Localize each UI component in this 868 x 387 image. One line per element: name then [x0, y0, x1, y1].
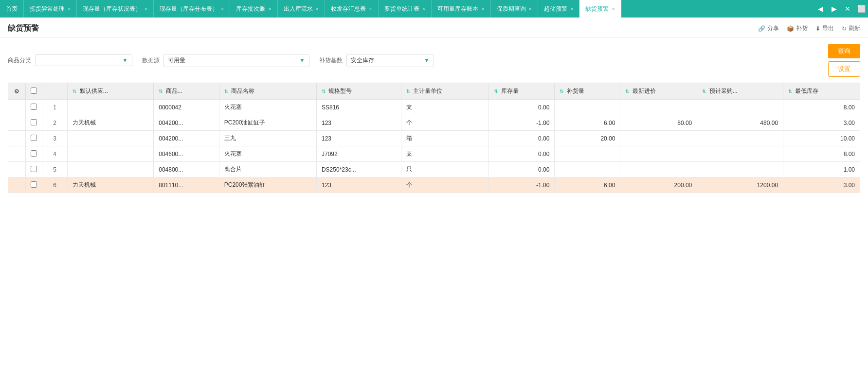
- tab-expiry[interactable]: 保质期查询 ×: [491, 0, 538, 18]
- select-all-checkbox[interactable]: [31, 88, 37, 94]
- row-checkbox-4[interactable]: [26, 162, 42, 177]
- tab-batch-account[interactable]: 库存批次账 ×: [230, 0, 277, 18]
- table-row[interactable]: 2 力天机械 004200... PC200油缸缸子 123 个 -1.00 6…: [8, 115, 860, 131]
- tab-shortage[interactable]: 缺货预警 ×: [579, 0, 621, 18]
- tab-order-stats[interactable]: 要货单统计表 ×: [379, 0, 432, 18]
- row-check-5[interactable]: [31, 181, 37, 188]
- datasource-select[interactable]: 可用量 ▼: [163, 54, 309, 67]
- column-spec[interactable]: ⇅ 规格型号: [316, 83, 401, 100]
- close-tab-flow[interactable]: ×: [316, 6, 319, 12]
- tab-close-btn[interactable]: ✕: [841, 5, 854, 13]
- row-replenish-qty-4: [555, 162, 620, 177]
- close-tab-expiry[interactable]: ×: [529, 6, 532, 12]
- query-button[interactable]: 查询: [828, 44, 860, 58]
- settings-button[interactable]: 设置: [828, 61, 860, 77]
- row-price-2: [620, 131, 697, 146]
- row-num-4: 5: [42, 162, 68, 177]
- row-code-1: 004200...: [154, 115, 219, 131]
- tab-next-btn[interactable]: ▶: [827, 5, 841, 13]
- tab-abnormal[interactable]: 拣货异常处理 ×: [24, 0, 77, 18]
- column-min-stock[interactable]: ⇅ 最低库存: [783, 83, 860, 100]
- close-tab-overstock[interactable]: ×: [570, 6, 573, 12]
- tab-maximize-btn[interactable]: ⬜: [854, 5, 868, 13]
- row-check-2[interactable]: [31, 135, 37, 141]
- column-stock[interactable]: ⇅ 库存量: [489, 83, 555, 100]
- row-est-3: [697, 146, 783, 162]
- row-checkbox-3[interactable]: [26, 146, 42, 162]
- tab-available-ledger[interactable]: 可用量库存账本 ×: [432, 0, 490, 18]
- replenish-value: 安全库存: [351, 56, 374, 65]
- column-unit[interactable]: ⇅ 主计量单位: [401, 83, 489, 100]
- close-tab-batch[interactable]: ×: [268, 6, 271, 12]
- row-stock-0: 0.00: [489, 100, 555, 115]
- row-check-0[interactable]: [31, 104, 37, 110]
- filter-bar: 商品分类 ▼ 数据源 可用量 ▼ 补货基数 安全库存 ▼ 查询 设置: [0, 38, 868, 83]
- column-gear[interactable]: ⚙: [8, 83, 26, 100]
- row-min-stock-0: 8.00: [783, 100, 860, 115]
- table-row[interactable]: 5 004800... 离合片 DS250*23c... 只 0.00 1.00: [8, 162, 860, 177]
- row-checkbox-5[interactable]: [26, 177, 42, 193]
- tab-inventory-dist[interactable]: 现存量（库存分布表） ×: [154, 0, 230, 18]
- row-gear-4[interactable]: [8, 162, 26, 177]
- row-est-4: [697, 162, 783, 177]
- row-code-0: 0000042: [154, 100, 219, 115]
- column-est-purchase[interactable]: ⇅ 预计采购...: [697, 83, 783, 100]
- export-action[interactable]: ⬇ 导出: [815, 24, 834, 33]
- close-tab-order[interactable]: ×: [422, 6, 425, 12]
- share-icon: 🔗: [758, 25, 765, 32]
- row-min-stock-3: 8.00: [783, 146, 860, 162]
- row-stock-5: -1.00: [489, 177, 555, 193]
- column-product-code[interactable]: ⇅ 商品...: [154, 83, 219, 100]
- datasource-label: 数据源: [142, 56, 160, 65]
- tab-flow[interactable]: 出入库流水 ×: [278, 0, 325, 18]
- row-gear-5[interactable]: [8, 177, 26, 193]
- share-action[interactable]: 🔗 分享: [758, 24, 779, 33]
- category-label: 商品分类: [8, 56, 31, 65]
- row-checkbox-1[interactable]: [26, 115, 42, 131]
- close-tab-abnormal[interactable]: ×: [68, 6, 71, 12]
- table-row[interactable]: 4 004600... 火花塞 J7092 支 0.00 8.00: [8, 146, 860, 162]
- sort-icon-price: ⇅: [625, 88, 629, 94]
- replenish-select[interactable]: 安全库存 ▼: [346, 54, 434, 67]
- sort-icon-stock: ⇅: [494, 88, 498, 94]
- row-gear-0[interactable]: [8, 100, 26, 115]
- row-supplier-1: 力天机械: [68, 115, 154, 131]
- row-num-1: 2: [42, 115, 68, 131]
- column-supplier[interactable]: ⇅ 默认供应...: [68, 83, 154, 100]
- tab-overstock[interactable]: 超储预警 ×: [538, 0, 579, 18]
- row-check-1[interactable]: [31, 119, 37, 125]
- column-checkbox[interactable]: [26, 83, 42, 100]
- sort-icon-est: ⇅: [702, 88, 706, 94]
- tab-inventory-status[interactable]: 现存量（库存状况表） ×: [77, 0, 153, 18]
- refresh-action[interactable]: ↻ 刷新: [842, 24, 860, 33]
- row-checkbox-2[interactable]: [26, 131, 42, 146]
- table-row[interactable]: 3 004200... 三九 123 箱 0.00 20.00 10.00: [8, 131, 860, 146]
- row-num-5: 6: [42, 177, 68, 193]
- close-tab-ledger[interactable]: ×: [481, 6, 484, 12]
- close-tab-inv-dist[interactable]: ×: [221, 6, 224, 12]
- tab-prev-btn[interactable]: ◀: [814, 5, 827, 13]
- row-gear-3[interactable]: [8, 146, 26, 162]
- replenish-action[interactable]: 📦 补货: [787, 24, 808, 33]
- table-row[interactable]: 1 0000042 火花塞 SS816 支 0.00 8.00: [8, 100, 860, 115]
- close-tab-shortage[interactable]: ×: [612, 6, 615, 12]
- tab-receipt-summary[interactable]: 收发存汇总表 ×: [325, 0, 378, 18]
- tab-home[interactable]: 首页: [0, 0, 24, 18]
- close-tab-receipt[interactable]: ×: [369, 6, 372, 12]
- column-product-name[interactable]: ⇅ 商品名称: [219, 83, 316, 100]
- close-tab-inv-status[interactable]: ×: [144, 6, 147, 12]
- row-check-4[interactable]: [31, 166, 37, 172]
- replenish-label: 补货基数: [319, 56, 343, 65]
- table-row[interactable]: 6 力天机械 801110... PC200张紧油缸 123 个 -1.00 6…: [8, 177, 860, 193]
- row-gear-2[interactable]: [8, 131, 26, 146]
- page-content: 缺货预警 🔗 分享 📦 补货 ⬇ 导出 ↻ 刷新 商品分类: [0, 18, 868, 387]
- row-name-0: 火花塞: [219, 100, 316, 115]
- row-check-3[interactable]: [31, 150, 37, 157]
- row-spec-0: SS816: [316, 100, 401, 115]
- row-num-0: 1: [42, 100, 68, 115]
- category-select[interactable]: ▼: [35, 54, 132, 66]
- column-replenish-qty[interactable]: ⇅ 补货量: [555, 83, 620, 100]
- row-checkbox-0[interactable]: [26, 100, 42, 115]
- row-gear-1[interactable]: [8, 115, 26, 131]
- column-latest-price[interactable]: ⇅ 最新进价: [620, 83, 697, 100]
